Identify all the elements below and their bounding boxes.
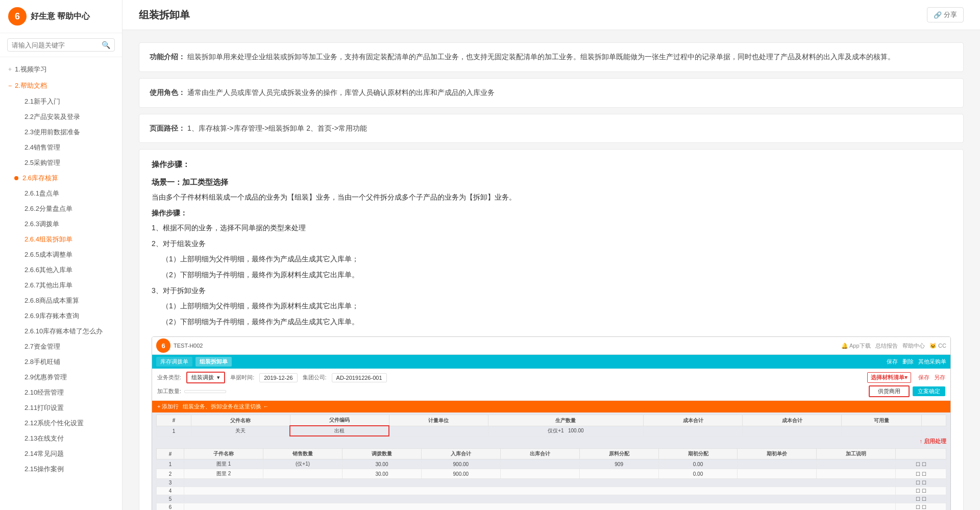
th-prod-qty: 生产数量 bbox=[488, 415, 644, 426]
ltd-1-name: 图里 1 bbox=[184, 459, 263, 469]
sidebar-item-data-prep[interactable]: 2.3使用前数据准备 bbox=[0, 125, 122, 140]
step-list: 1、根据不同的业务，选择不同单据的类型来处理 2、对于组装业务 （1）上部明细为… bbox=[152, 221, 951, 328]
sidebar-item-docs[interactable]: − 2.帮助文档 bbox=[0, 78, 122, 94]
page-title: 组装拆卸单 bbox=[139, 8, 190, 22]
sidebar-item-ledger-fix[interactable]: 2.6.10库存账本错了怎么办 bbox=[0, 324, 122, 339]
nav-tree: + 1.视频学习 − 2.帮助文档 2.1新手入门 2.2产品安装及登录 2.3… bbox=[0, 57, 122, 510]
minus-icon-2: − bbox=[8, 82, 12, 89]
sidebar-item-coupon[interactable]: 2.9优惠券管理 bbox=[0, 370, 122, 385]
step-2-2: （2）下部明细为子件明细，最终作为原材料生成其它出库单。 bbox=[152, 268, 951, 282]
sidebar-item-cost-recalc[interactable]: 2.6.8商品成本重算 bbox=[0, 293, 122, 308]
ltr-2: 2 图里 2 30.00 900.00 0.00 bbox=[157, 469, 946, 479]
sidebar-item-sales[interactable]: 2.4销售管理 bbox=[0, 140, 122, 155]
th-sales-qty: 计量单位 bbox=[389, 415, 488, 426]
td-1-num: 1 bbox=[157, 426, 191, 436]
path-block: 页面路径： 1、库存核算->库存管理->组装拆卸单 2、首页->常用功能 bbox=[139, 114, 964, 143]
ltd-2-out bbox=[500, 469, 579, 479]
lth-action bbox=[896, 449, 946, 459]
ltd-2-op: ☐ ☐ bbox=[896, 469, 946, 479]
ltd-4-empty bbox=[184, 487, 896, 495]
sidebar-item-payment[interactable]: 2.13在线支付 bbox=[0, 431, 122, 446]
sidebar: 6 好生意 帮助中心 🔍 + 1.视频学习 − 2.帮助文档 2.1新手入门 2… bbox=[0, 0, 122, 510]
lth-sales: 销售数量 bbox=[263, 449, 342, 459]
ltd-5-num: 5 bbox=[157, 495, 184, 503]
sidebar-item-finance[interactable]: 2.7资金管理 bbox=[0, 339, 122, 354]
lth-transfer: 调拨数量 bbox=[342, 449, 422, 459]
scenario1-steps-title: 操作步骤： bbox=[152, 209, 951, 218]
th-ops bbox=[922, 415, 946, 426]
sidebar-item-install[interactable]: 2.2产品安装及登录 bbox=[0, 109, 122, 125]
sidebar-item-ledger[interactable]: 2.6.9库存账本查询 bbox=[0, 308, 122, 324]
ltd-4-op: ☐ ☐ bbox=[896, 487, 946, 495]
ltr-6: 6☐ ☐ bbox=[157, 503, 946, 510]
lth-out: 出库合计 bbox=[500, 449, 579, 459]
mock-lower-table-area: # 子件名称 销售数量 调拨数量 入库合计 出库合计 原料分配 期初分配 期初单… bbox=[152, 447, 950, 510]
mock-topnav: 6 TEST-H002 🔔 App下载 总结报告 帮助中心 🐱 CC bbox=[152, 337, 950, 355]
path-label: 页面路径： bbox=[150, 124, 185, 132]
ltd-3-empty bbox=[184, 479, 896, 487]
sidebar-item-purchase[interactable]: 2.5采购管理 bbox=[0, 155, 122, 171]
ltr-1: 1 图里 1 (仅+1) 30.00 900.00 909 0.00 bbox=[157, 459, 946, 469]
ltd-2-note bbox=[817, 469, 896, 479]
mock-qty-field bbox=[184, 390, 226, 393]
sidebar-item-other-in[interactable]: 2.6.6其他入库单 bbox=[0, 262, 122, 278]
mock-lower-table: # 子件名称 销售数量 调拨数量 入库合计 出库合计 原料分配 期初分配 期初单… bbox=[156, 448, 946, 510]
intro-block: 功能介绍： 组装拆卸单用来处理企业组装或拆卸等加工业务，支持有固定装配清单的产品… bbox=[139, 42, 964, 72]
sidebar-item-stocktake2[interactable]: 2.6.2分量盘点单 bbox=[0, 201, 122, 216]
ltd-2-num: 2 bbox=[157, 469, 184, 479]
lth-child-name: 子件名称 bbox=[184, 449, 263, 459]
sidebar-item-faq[interactable]: 2.14常见问题 bbox=[0, 446, 122, 462]
sidebar-item-cost-adjust[interactable]: 2.6.5成本调整单 bbox=[0, 247, 122, 262]
ltd-3-num: 3 bbox=[157, 479, 184, 487]
sidebar-item-ops[interactable]: 2.10经营管理 bbox=[0, 385, 122, 400]
td-1-code: 出租 bbox=[290, 426, 389, 436]
sidebar-item-custom[interactable]: 2.12系统个性化设置 bbox=[0, 416, 122, 431]
ltd-1-sales: (仅+1) bbox=[263, 459, 342, 469]
ltd-2-sales bbox=[263, 469, 342, 479]
sidebar-item-video[interactable]: + 1.视频学习 bbox=[0, 61, 122, 78]
ltd-1-out bbox=[500, 459, 579, 469]
table-row: 1 关天 出租 仅仅+1 100.00 bbox=[157, 426, 946, 436]
mock-tab-stock: 库存调拨单 bbox=[156, 357, 192, 367]
role-label: 使用角色： bbox=[150, 88, 185, 96]
nav-group-2-children: 2.1新手入门 2.2产品安装及登录 2.3使用前数据准备 2.4销售管理 2.… bbox=[0, 94, 122, 477]
step-3-1: （1）上部明细为父件明细，最终作为原材料生成其它出库单； bbox=[152, 299, 951, 313]
mock-vendor-field: 供货商用 bbox=[869, 385, 910, 397]
sidebar-item-cases[interactable]: 2.15操作案例 bbox=[0, 462, 122, 477]
intro-text: 组装拆卸单用来处理企业组装或拆卸等加工业务，支持有固定装配清单的产品加工业务，也… bbox=[187, 53, 895, 61]
ltr-5: 5☐ ☐ bbox=[157, 495, 946, 503]
td-1-action bbox=[922, 426, 946, 436]
mock-field-date-label: 单据时间: bbox=[230, 374, 254, 381]
sidebar-item-assembly[interactable]: 2.6.4组装拆卸单 bbox=[0, 232, 122, 247]
sidebar-item-inventory[interactable]: 2.6库存核算 bbox=[0, 171, 122, 186]
mock-upper-table: # 父件名称 父件编码 计量单位 生产数量 成本合计 成本合计 可用量 bbox=[156, 415, 946, 436]
main-header: 组装拆卸单 🔗 分享 bbox=[122, 0, 980, 30]
mock-section-add: + 添加行 bbox=[157, 403, 179, 410]
mock-field-date: 2019-12-26 bbox=[259, 373, 297, 382]
scenario1-title: 场景一：加工类型选择 bbox=[152, 178, 951, 187]
search-icon[interactable]: 🔍 bbox=[102, 41, 110, 49]
sidebar-label-1: 1.视频学习 bbox=[15, 65, 47, 74]
sidebar-item-transfer[interactable]: 2.6.3调拨单 bbox=[0, 216, 122, 232]
td-1-qty: 仅仅+1 100.00 bbox=[488, 426, 644, 436]
th-prod-total: 成本合计 bbox=[644, 415, 743, 426]
scenario1-desc: 当由多个子件材料组装成一个成品的业务为【组装】业务，当由一个父件拆分成多个子产品… bbox=[152, 191, 951, 204]
ltd-6-empty bbox=[184, 503, 896, 510]
search-input[interactable] bbox=[12, 41, 102, 49]
lth-init: 期初分配 bbox=[658, 449, 738, 459]
share-button[interactable]: 🔗 分享 bbox=[927, 7, 964, 22]
sidebar-item-mobile[interactable]: 2.8手机旺铺 bbox=[0, 354, 122, 370]
ltd-2-in: 900.00 bbox=[421, 469, 500, 479]
sidebar-item-print[interactable]: 2.11打印设置 bbox=[0, 400, 122, 416]
ltd-1-alloc: 909 bbox=[579, 459, 658, 469]
sidebar-item-newbie[interactable]: 2.1新手入门 bbox=[0, 94, 122, 109]
sidebar-item-other-out[interactable]: 2.6.7其他出库单 bbox=[0, 278, 122, 293]
lth-alloc: 原料分配 bbox=[579, 449, 658, 459]
annotation-arrow-1: 保存 另存 bbox=[918, 374, 945, 381]
ltr-3: 3☐ ☐ bbox=[157, 479, 946, 487]
sidebar-item-stocktake[interactable]: 2.6.1盘点单 bbox=[0, 186, 122, 201]
mock-confirm-btn: 立案确定 bbox=[913, 386, 945, 396]
role-text: 通常由生产人员或库管人员完成拆装业务的操作，库管人员确认原材料的出库和产成品的入… bbox=[187, 88, 495, 96]
search-area: 🔍 bbox=[0, 33, 122, 57]
nav-group-2: − 2.帮助文档 2.1新手入门 2.2产品安装及登录 2.3使用前数据准备 2… bbox=[0, 78, 122, 477]
